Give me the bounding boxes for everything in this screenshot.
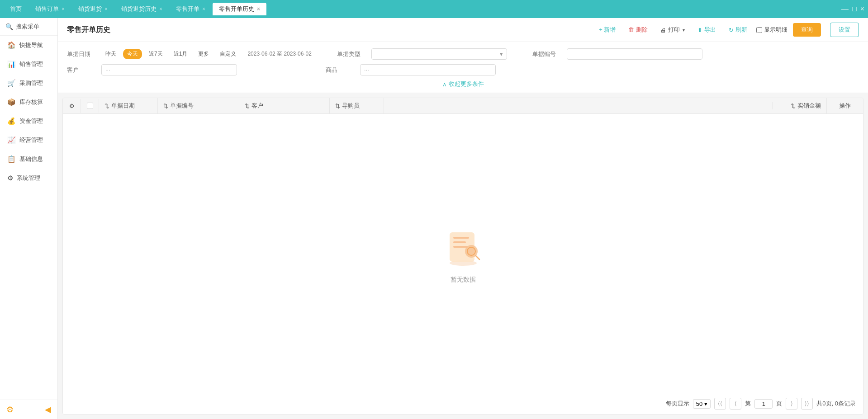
pagination: 每页显示 50 ▾ ⟨⟨ ⟨ 第 页 ⟩ ⟩⟩ 共0页, 0条记录 — [63, 393, 863, 414]
sidebar-item-system[interactable]: ⚙ 系统管理 — [0, 169, 57, 188]
sidebar-item-basic-info[interactable]: 📋 基础信息 — [0, 150, 57, 169]
type-label: 单据类型 — [337, 50, 364, 58]
empty-illustration — [441, 223, 486, 268]
add-button[interactable]: + 新增 — [595, 24, 619, 36]
sort-client-icon[interactable]: ⇅ — [245, 103, 250, 109]
date-btn-1month[interactable]: 近1月 — [170, 49, 192, 59]
tab-home[interactable]: 首页 — [4, 3, 28, 15]
tab-close-sales-return-history[interactable]: × — [159, 6, 162, 12]
toolbar: 零售开单历史 + 新增 🗑 删除 🖨 🖨 打印 打印 ▾ ⬆ 导出 ↻ 刷新 — [58, 18, 868, 42]
table-col-check[interactable] — [81, 99, 99, 113]
date-range-display: 2023-06-02 至 2023-06-02 — [247, 50, 311, 58]
first-page-btn[interactable]: ⟨⟨ — [714, 398, 726, 410]
tab-close-icon[interactable]: × — [860, 5, 864, 13]
refresh-button[interactable]: ↻ 刷新 — [725, 24, 751, 36]
page-label-pre: 第 — [745, 400, 751, 408]
tab-close-sales-order[interactable]: × — [62, 6, 65, 12]
tab-close-sales-return[interactable]: × — [104, 6, 108, 12]
date-btn-custom[interactable]: 自定义 — [216, 49, 240, 59]
sidebar-item-inventory[interactable]: 📦 库存核算 — [0, 93, 57, 112]
type-select[interactable]: ▾ — [371, 48, 507, 60]
date-btn-today[interactable]: 今天 — [123, 49, 142, 59]
tab-sales-return-history[interactable]: 销货退货历史 × — [115, 3, 169, 15]
tab-bar: 首页 销售订单 × 销货退货 × 销货退货历史 × 零售开单 × 零售开单历史 … — [0, 0, 868, 18]
export-button[interactable]: ⬆ 导出 — [694, 24, 720, 36]
sidebar-search[interactable]: 🔍 搜索采单 — [0, 18, 57, 36]
query-button[interactable]: 查询 — [793, 23, 821, 37]
settings-button[interactable]: 设置 — [830, 23, 859, 37]
sidebar-nav: 🏠 快捷导航 📊 销售管理 🛒 采购管理 📦 库存核算 💰 资金管理 📈 — [0, 36, 57, 400]
sidebar-item-purchase[interactable]: 🛒 采购管理 — [0, 74, 57, 93]
next-page-btn[interactable]: ⟩ — [786, 398, 797, 410]
per-page-select[interactable]: 50 ▾ — [693, 399, 711, 409]
table-col-guide: ⇅ 导购员 — [330, 98, 384, 113]
sidebar-label-system: 系统管理 — [17, 174, 40, 182]
display-detail-checkbox[interactable] — [756, 27, 762, 33]
table-body: 暂无数据 — [63, 114, 863, 393]
search-icon: 🔍 — [5, 23, 13, 30]
table-col-gear[interactable]: ⚙ — [63, 99, 81, 113]
print-button[interactable]: 🖨 🖨 打印 打印 ▾ — [657, 24, 688, 36]
tab-bar-right-controls: — □ × — [841, 5, 864, 13]
svg-rect-4 — [453, 246, 468, 248]
display-detail-check[interactable]: 显示明细 — [756, 26, 787, 34]
sort-guide-icon[interactable]: ⇅ — [335, 103, 340, 109]
type-select-arrow: ▾ — [500, 51, 503, 57]
date-btn-more[interactable]: 更多 — [194, 49, 213, 59]
date-btn-7days[interactable]: 近7天 — [145, 49, 167, 59]
sidebar-search-label: 搜索采单 — [16, 23, 39, 31]
client-label: 客户 — [67, 66, 94, 74]
table-col-flex — [384, 102, 773, 109]
sidebar-collapse-btn[interactable]: ◀ — [45, 405, 51, 414]
tab-retail-order[interactable]: 零售开单 × — [170, 3, 212, 15]
content-area: 零售开单历史 + 新增 🗑 删除 🖨 🖨 打印 打印 ▾ ⬆ 导出 ↻ 刷新 — [58, 18, 868, 419]
num-input[interactable] — [567, 48, 702, 60]
finance-icon: 💰 — [7, 117, 16, 125]
goods-label: 商品 — [326, 66, 353, 74]
tab-sales-order[interactable]: 销售订单 × — [29, 3, 71, 15]
per-page-dropdown-icon: ▾ — [704, 400, 707, 407]
filter-row-1: 单据日期 昨天 今天 近7天 近1月 更多 自定义 2023-06-02 至 2… — [67, 48, 859, 60]
sidebar-label-finance: 资金管理 — [19, 117, 43, 125]
sort-amount-icon[interactable]: ⇅ — [791, 103, 796, 109]
inventory-icon: 📦 — [7, 98, 16, 106]
date-btn-yesterday[interactable]: 昨天 — [101, 49, 120, 59]
tab-maximize-icon[interactable]: □ — [852, 5, 857, 13]
system-icon: ⚙ — [7, 174, 13, 182]
select-all-checkbox[interactable] — [87, 103, 93, 109]
prev-page-btn[interactable]: ⟨ — [730, 398, 741, 410]
sidebar-item-finance[interactable]: 💰 资金管理 — [0, 112, 57, 131]
sidebar-item-quick-nav[interactable]: 🏠 快捷导航 — [0, 36, 57, 55]
sidebar-settings-btn[interactable]: ⚙ — [6, 405, 14, 414]
print-icon: 🖨 — [660, 27, 666, 33]
svg-rect-2 — [453, 237, 469, 239]
empty-text: 暂无数据 — [451, 276, 476, 284]
table-col-client: ⇅ 客户 — [239, 98, 330, 113]
filter-area: 单据日期 昨天 今天 近7天 近1月 更多 自定义 2023-06-02 至 2… — [58, 42, 868, 93]
toolbar-actions: + 新增 🗑 删除 🖨 🖨 打印 打印 ▾ ⬆ 导出 ↻ 刷新 — [595, 23, 859, 37]
sort-date-icon[interactable]: ⇅ — [104, 103, 109, 109]
sidebar-label-business: 经营管理 — [19, 136, 43, 144]
last-page-btn[interactable]: ⟩⟩ — [801, 398, 813, 410]
delete-button[interactable]: 🗑 删除 — [625, 24, 651, 36]
tab-minimize-icon[interactable]: — — [841, 5, 849, 13]
print-dropdown-icon: ▾ — [683, 28, 685, 33]
sidebar-item-business[interactable]: 📈 经营管理 — [0, 131, 57, 150]
tab-close-retail-order-history[interactable]: × — [257, 6, 260, 12]
client-input[interactable]: ··· — [101, 64, 237, 75]
table-col-operation: 操作 — [827, 98, 863, 113]
sidebar-item-sales[interactable]: 📊 销售管理 — [0, 55, 57, 74]
filter-row-2: 客户 ··· 商品 ··· — [67, 64, 859, 75]
tab-close-retail-order[interactable]: × — [202, 6, 205, 12]
goods-input[interactable]: ··· — [360, 64, 496, 75]
sort-num-icon[interactable]: ⇅ — [163, 103, 168, 109]
tab-retail-order-history[interactable]: 零售开单历史 × — [213, 3, 266, 15]
tab-sales-return[interactable]: 销货退货 × — [72, 3, 114, 15]
table-col-num: ⇅ 单据编号 — [158, 98, 239, 113]
export-icon: ⬆ — [697, 27, 702, 33]
filter-collapse-btn[interactable]: ∧ 收起更多条件 — [67, 80, 859, 88]
collapse-up-icon: ∧ — [442, 81, 447, 88]
page-number-input[interactable] — [754, 399, 773, 409]
basic-info-icon: 📋 — [7, 155, 16, 163]
sidebar-footer: ⚙ ◀ — [0, 400, 57, 419]
